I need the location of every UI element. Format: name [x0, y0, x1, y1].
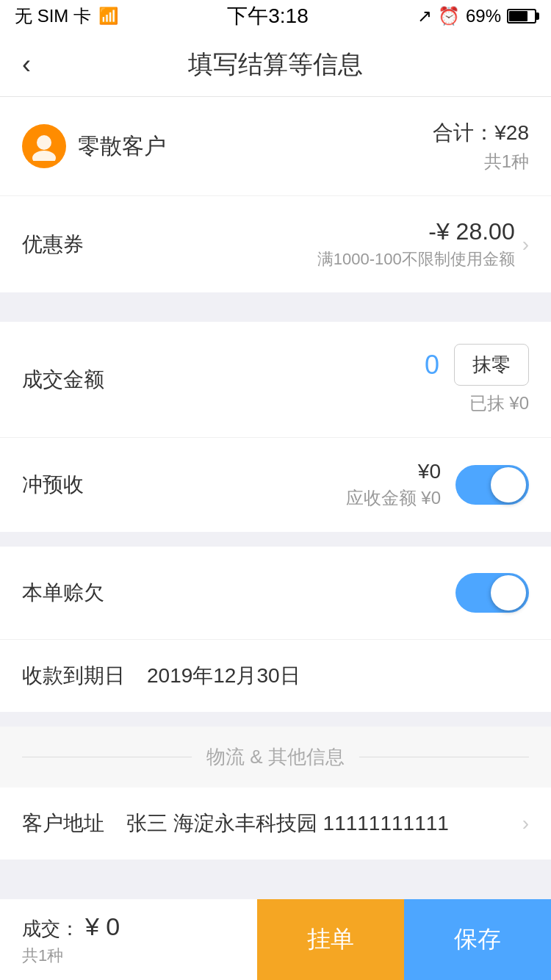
already-rounded-label: 已抹 ¥0	[469, 392, 529, 415]
customer-card: 零散客户 合计：¥28 共1种 优惠券 -¥ 28.00 满1000-100不限…	[0, 97, 551, 292]
pre-receive-info: ¥0 应收金额 ¥0	[346, 460, 441, 510]
round-zero-button[interactable]: 抹零	[454, 344, 529, 386]
coupon-chevron-icon: ›	[522, 233, 529, 256]
address-label: 客户地址	[22, 810, 104, 837]
coupon-right: -¥ 28.00 满1000-100不限制使用金额 ›	[317, 218, 529, 270]
save-button[interactable]: 保存	[404, 899, 551, 980]
logistics-section: 物流 & 其他信息	[0, 727, 551, 788]
coupon-info: -¥ 28.00 满1000-100不限制使用金额	[317, 218, 515, 270]
transaction-amount-row: 成交金额 0 抹零 已抹 ¥0	[0, 322, 551, 438]
section-divider-2	[0, 532, 551, 547]
pre-receive-toggle[interactable]	[455, 465, 529, 505]
avatar-icon	[29, 131, 59, 161]
content: 零散客户 合计：¥28 共1种 优惠券 -¥ 28.00 满1000-100不限…	[0, 97, 551, 948]
debt-toggle-knob	[491, 575, 526, 610]
section-divider-1	[0, 307, 551, 322]
nav-bar: ‹ 填写结算等信息	[0, 32, 551, 97]
coupon-desc: 满1000-100不限制使用金额	[317, 248, 515, 270]
address-value: 张三 海淀永丰科技园 11111111111	[126, 810, 500, 837]
customer-left: 零散客户	[22, 124, 166, 168]
total-count: 共1种	[433, 150, 529, 173]
wifi-icon: 📶	[98, 7, 118, 26]
coupon-row[interactable]: 优惠券 -¥ 28.00 满1000-100不限制使用金额 ›	[0, 195, 551, 292]
bottom-bar: 成交： ¥ 0 共1种 挂单 保存	[0, 899, 551, 980]
pre-receive-right: ¥0 应收金额 ¥0	[346, 460, 529, 510]
bottom-info: 成交： ¥ 0 共1种	[0, 912, 257, 967]
logistics-line-left	[22, 757, 192, 757]
status-time: 下午3:18	[227, 2, 309, 30]
page-title: 填写结算等信息	[188, 48, 363, 82]
pre-receive-row: 冲预收 ¥0 应收金额 ¥0	[0, 438, 551, 532]
svg-point-0	[37, 135, 51, 150]
transaction-label: 成交金额	[22, 366, 104, 394]
debt-row: 本单赊欠	[0, 547, 551, 639]
due-date-label: 收款到期日	[22, 662, 125, 690]
bottom-deal-count: 共1种	[22, 945, 235, 967]
battery-icon	[507, 9, 536, 24]
status-left: 无 SIM 卡 📶	[15, 4, 118, 28]
pre-amount: ¥0	[346, 460, 441, 483]
debt-card: 本单赊欠 收款到期日 2019年12月30日	[0, 547, 551, 712]
back-button[interactable]: ‹	[22, 49, 31, 80]
bottom-deal-label: 成交：	[22, 916, 79, 942]
status-right: ↗ ⏰ 69%	[417, 6, 536, 26]
location-icon: ↗	[417, 6, 432, 26]
debt-label: 本单赊欠	[22, 579, 104, 607]
address-chevron-icon: ›	[522, 812, 529, 835]
bottom-deal-amount: ¥ 0	[85, 912, 120, 941]
transaction-card: 成交金额 0 抹零 已抹 ¥0 冲预收 ¥0 应收金额 ¥0	[0, 322, 551, 532]
customer-right: 合计：¥28 共1种	[433, 119, 529, 173]
logistics-label: 物流 & 其他信息	[206, 744, 345, 770]
debt-toggle[interactable]	[455, 573, 529, 613]
coupon-amount: -¥ 28.00	[317, 218, 515, 245]
svg-point-1	[32, 151, 56, 161]
address-card[interactable]: 客户地址 张三 海淀永丰科技园 11111111111 ›	[0, 788, 551, 860]
toggle-knob	[491, 467, 526, 502]
customer-name: 零散客户	[78, 131, 166, 162]
coupon-label: 优惠券	[22, 231, 84, 259]
customer-row: 零散客户 合计：¥28 共1种	[0, 97, 551, 195]
due-date-row: 收款到期日 2019年12月30日	[0, 639, 551, 712]
section-divider-3	[0, 712, 551, 727]
no-sim-text: 无 SIM 卡	[15, 4, 91, 28]
transaction-value: 0	[425, 350, 439, 381]
pre-receivable-label: 应收金额 ¥0	[346, 486, 441, 510]
customer-avatar	[22, 124, 66, 168]
transaction-value-row: 0 抹零	[425, 344, 529, 386]
battery-percent: 69%	[466, 6, 501, 26]
pre-receive-label: 冲预收	[22, 471, 84, 499]
alarm-icon: ⏰	[438, 6, 460, 26]
total-amount: 合计：¥28	[433, 119, 529, 147]
due-date-value: 2019年12月30日	[147, 662, 300, 690]
hang-order-button[interactable]: 挂单	[257, 899, 404, 980]
status-bar: 无 SIM 卡 📶 下午3:18 ↗ ⏰ 69%	[0, 0, 551, 32]
logistics-line-right	[359, 757, 529, 757]
